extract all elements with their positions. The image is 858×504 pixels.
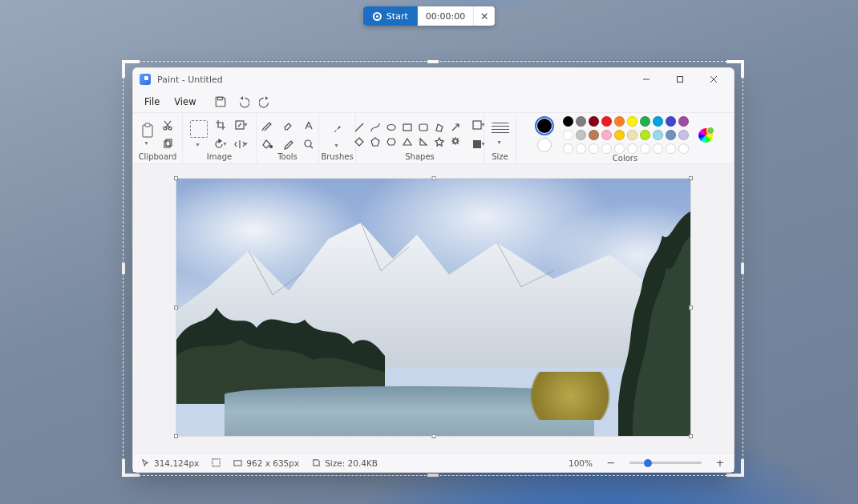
custom-color-slot[interactable] [576, 143, 586, 154]
color-swatch[interactable] [678, 130, 689, 140]
shape-diamond[interactable] [354, 136, 365, 147]
menubar: File View [133, 91, 734, 113]
resize-handle[interactable] [431, 434, 435, 438]
color-swatch[interactable] [563, 130, 573, 140]
shape-curve[interactable] [370, 122, 381, 133]
save-button[interactable] [214, 95, 227, 108]
custom-color-slot[interactable] [640, 143, 650, 154]
record-start-button[interactable]: Start [363, 6, 418, 26]
cut-button[interactable] [160, 117, 176, 133]
window-title: Paint - Untitled [157, 75, 223, 85]
custom-color-slot[interactable] [614, 143, 625, 154]
fill-tool[interactable] [259, 136, 275, 152]
group-label: Shapes [405, 152, 435, 161]
color-1[interactable] [537, 119, 552, 133]
group-clipboard: ▾ Clipboard [133, 113, 183, 163]
copy-button[interactable] [160, 136, 176, 152]
color-2[interactable] [537, 138, 552, 152]
canvas-viewport[interactable] [133, 164, 734, 453]
brush-dropdown[interactable]: ▾ [334, 142, 338, 149]
shape-roundrect[interactable] [418, 122, 429, 133]
custom-color-slot[interactable] [601, 143, 612, 154]
color-swatch[interactable] [627, 116, 637, 127]
custom-color-slot[interactable] [627, 143, 637, 154]
color-swatch[interactable] [653, 116, 663, 127]
zoom-out-button[interactable]: − [605, 458, 617, 469]
shape-line[interactable] [354, 122, 365, 133]
custom-color-slot[interactable] [589, 143, 599, 154]
menu-file[interactable]: File [138, 93, 166, 111]
shape-star[interactable] [434, 136, 445, 147]
shape-oval[interactable] [386, 122, 397, 133]
titlebar[interactable]: Paint - Untitled [133, 68, 734, 91]
size-button[interactable] [492, 123, 509, 135]
color-swatch[interactable] [640, 130, 650, 140]
resize-handle[interactable] [174, 305, 178, 309]
color-swatch[interactable] [589, 116, 599, 127]
shapes-gallery[interactable] [354, 122, 461, 147]
edit-colors-button[interactable] [698, 128, 713, 143]
shape-right-triangle[interactable] [418, 136, 429, 147]
picker-tool[interactable] [280, 136, 296, 152]
maximize-button[interactable] [666, 68, 694, 91]
flip-button[interactable]: ▾ [233, 136, 249, 152]
text-tool[interactable] [301, 117, 317, 133]
color-swatch[interactable] [640, 116, 650, 127]
redo-button[interactable] [259, 95, 272, 108]
minimize-button[interactable] [633, 68, 660, 91]
color-swatch[interactable] [666, 130, 676, 140]
canvas[interactable] [176, 179, 690, 436]
color-swatch[interactable] [601, 130, 612, 140]
select-button[interactable] [190, 120, 208, 138]
pencil-tool[interactable] [259, 117, 275, 133]
color-swatch[interactable] [563, 116, 573, 127]
resize-handle[interactable] [689, 176, 693, 180]
select-dropdown[interactable]: ▾ [196, 141, 199, 148]
record-close-button[interactable]: ✕ [474, 6, 495, 26]
undo-button[interactable] [237, 95, 249, 108]
color-swatch[interactable] [678, 116, 689, 127]
zoom-in-button[interactable]: + [714, 458, 726, 469]
color-swatch[interactable] [627, 130, 637, 140]
shape-hexagon[interactable] [386, 136, 397, 147]
color-swatch[interactable] [601, 116, 612, 127]
shape-rect[interactable] [402, 122, 413, 133]
custom-color-slot[interactable] [666, 143, 676, 154]
magnifier-tool[interactable] [301, 136, 317, 152]
custom-color-slot[interactable] [678, 143, 689, 154]
eraser-tool[interactable] [280, 117, 296, 133]
close-button[interactable] [700, 68, 727, 91]
group-label: Colors [613, 154, 637, 163]
shape-polygon[interactable] [434, 122, 445, 133]
shape-triangle[interactable] [402, 136, 413, 147]
menu-view[interactable]: View [168, 93, 202, 111]
shape-pentagon[interactable] [370, 136, 381, 147]
resize-handle[interactable] [689, 434, 693, 438]
group-label: Brushes [321, 152, 353, 161]
rotate-button[interactable]: ▾ [212, 136, 229, 152]
group-shapes: ▾ ▾ Shapes [356, 113, 484, 163]
shape-burst[interactable] [450, 136, 461, 147]
svg-rect-1 [678, 77, 683, 83]
shape-arrow-ne[interactable] [450, 122, 461, 133]
resize-button[interactable]: ▾ [233, 117, 249, 133]
color-swatch[interactable] [576, 130, 586, 140]
color-swatch[interactable] [666, 116, 676, 127]
color-swatch[interactable] [614, 116, 625, 127]
resize-handle[interactable] [431, 176, 435, 180]
color-swatch[interactable] [614, 130, 625, 140]
paste-button[interactable]: ▾ [140, 123, 155, 147]
resize-handle[interactable] [689, 305, 693, 309]
color-swatch[interactable] [589, 130, 599, 140]
svg-rect-19 [419, 124, 427, 131]
resize-handle[interactable] [174, 176, 178, 180]
zoom-slider[interactable] [629, 462, 702, 464]
brush-button[interactable] [328, 119, 347, 139]
custom-color-slot[interactable] [653, 143, 663, 154]
custom-color-slot[interactable] [563, 143, 573, 154]
color-swatch[interactable] [576, 116, 586, 127]
color-swatch[interactable] [653, 130, 663, 140]
crop-button[interactable] [212, 117, 229, 133]
resize-handle[interactable] [174, 434, 178, 438]
size-dropdown[interactable]: ▾ [497, 139, 500, 146]
